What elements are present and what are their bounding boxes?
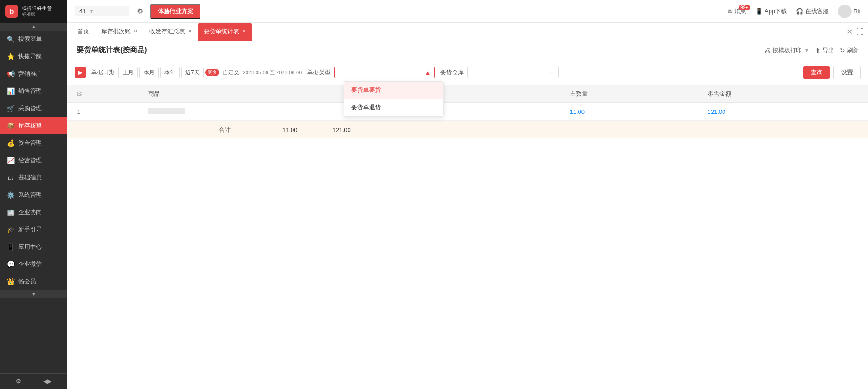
date-btn-last-7-days[interactable]: 近7天 (181, 67, 204, 78)
tab-home[interactable]: 首页 (72, 23, 95, 41)
sidebar-item-inventory[interactable]: 📦 库存核算 (0, 117, 67, 134)
date-custom-button[interactable]: 自定义 (223, 69, 239, 77)
sidebar-item-appstore[interactable]: 📱 应用中心 (0, 238, 67, 256)
export-icon: ⬆ (815, 47, 821, 54)
header-gear-icon[interactable]: ⚙ (137, 7, 143, 15)
warehouse-more-icon[interactable]: ··· (550, 69, 555, 76)
sidebar-item-wechat[interactable]: 💬 企业微信 (0, 256, 67, 273)
cell-amount[interactable]: 121.00 (702, 103, 868, 121)
tab-order-stats[interactable]: 要货单统计表 ✕ (198, 23, 252, 41)
user-avatar[interactable]: Rit (838, 5, 861, 18)
chat-icon: 💬 (6, 260, 15, 268)
sidebar-item-system[interactable]: ⚙️ 系统管理 (0, 186, 67, 204)
print-template-button[interactable]: 🖨 按模板打印 ▼ (764, 46, 810, 55)
filter-expand-button[interactable]: ▶ (75, 67, 86, 78)
footer-qty: 11.00 (282, 127, 319, 133)
trial-button[interactable]: 体验行业方案 (150, 4, 200, 19)
tab-bar: 首页 库存批次账 ✕ 收发存汇总表 ✕ 要货单统计表 ✕ ✕ ⛶ (67, 23, 868, 41)
sidebar-scroll-up[interactable]: ▲ (0, 23, 67, 31)
sidebar-item-marketing[interactable]: 📢 营销推广 (0, 65, 67, 82)
cell-product (143, 103, 370, 121)
sidebar-item-quick-nav[interactable]: ⭐ 快捷导航 (0, 48, 67, 65)
tab-inventory-batch-close[interactable]: ✕ (134, 28, 138, 34)
export-button[interactable]: ⬆ 导出 (815, 46, 834, 55)
col-amount: 零售金额 (702, 85, 868, 103)
order-type-dropdown[interactable]: ▲ (334, 67, 435, 78)
sidebar-item-finance[interactable]: 💰 资金管理 (0, 134, 67, 152)
date-btn-last-month[interactable]: 上月 (118, 67, 138, 78)
column-settings-icon[interactable]: ⚙ (76, 90, 82, 97)
tab-recv-summary-close[interactable]: ✕ (188, 28, 192, 34)
settings-icon: ⚙ (16, 378, 21, 384)
print-icon: 🖨 (764, 47, 770, 54)
cell-no2 (90, 103, 143, 121)
sidebar-item-operation[interactable]: 📈 经营管理 (0, 152, 67, 169)
store-selector[interactable]: 41 ▼ (75, 6, 129, 16)
date-quick-buttons: 上月 本月 本年 近7天 更多 (118, 67, 219, 78)
order-type-value (339, 68, 425, 77)
page-header-actions: 🖨 按模板打印 ▼ ⬆ 导出 ↻ 刷新 (764, 46, 859, 55)
sidebar-item-basic[interactable]: 🗂 基础信息 (0, 169, 67, 186)
logo-icon: b (5, 5, 18, 18)
print-template-label: 按模板打印 (772, 46, 802, 55)
col-qty: 主数量 (565, 85, 702, 103)
app-download-button[interactable]: 📱 App下载 (755, 7, 787, 15)
filter-area: ▶ 单据日期 上月 本月 本年 近7天 更多 自定义 2023-05-06 至 … (67, 60, 868, 85)
col-gear[interactable]: ⚙ (67, 85, 90, 103)
crown-icon: 👑 (6, 277, 15, 286)
date-label: 单据日期 (91, 68, 115, 77)
query-button[interactable]: 查询 (803, 66, 830, 79)
search-icon: 🔍 (6, 35, 15, 43)
avatar-image (838, 5, 852, 18)
collapse-button[interactable]: ◀▶ (43, 378, 51, 384)
building-icon: 🏢 (6, 208, 15, 216)
online-service-button[interactable]: 🎧 在线客服 (796, 7, 829, 15)
settings-button[interactable]: ⚙ (16, 378, 21, 384)
cell-qty[interactable]: 11.00 (565, 103, 702, 121)
app-version: 标准版 (22, 11, 52, 18)
trend-icon: 📈 (6, 156, 15, 164)
sidebar-scroll-down[interactable]: ▼ (0, 290, 67, 298)
star-icon: ⭐ (6, 52, 15, 61)
filter-action-buttons: 查询 设置 (803, 66, 861, 79)
message-button[interactable]: ✉ 消息 99+ (728, 7, 746, 15)
tab-home-label: 首页 (77, 27, 89, 36)
date-btn-this-year[interactable]: 本年 (160, 67, 180, 78)
tab-recv-summary[interactable]: 收发存汇总表 ✕ (144, 23, 197, 41)
cart-icon: 🛒 (6, 104, 15, 113)
date-more-badge[interactable]: 更多 (205, 69, 219, 76)
date-btn-this-month[interactable]: 本月 (139, 67, 159, 78)
tab-expand-icon[interactable]: ⛶ (856, 28, 863, 36)
footer-amount: 121.00 (319, 127, 351, 133)
print-dropdown-icon: ▼ (804, 47, 810, 54)
page-content: 要货单统计表(按商品) 🖨 按模板打印 ▼ ⬆ 导出 ↻ 刷新 (67, 41, 868, 389)
tab-order-stats-close[interactable]: ✕ (242, 28, 246, 34)
sidebar-item-newbie[interactable]: 🎓 新手引导 (0, 221, 67, 238)
warehouse-value (472, 68, 550, 77)
tab-inventory-batch-label: 库存批次账 (101, 27, 131, 36)
settings-button[interactable]: 设置 (833, 66, 861, 79)
sidebar: b 畅捷通好生意 标准版 ▲ 🔍 搜索菜单 ⭐ 快捷导航 📢 营销推广 📊 销售… (0, 0, 67, 389)
warehouse-filter-group: 要货仓库 ··· (440, 67, 559, 78)
store-name: 41 (79, 8, 86, 15)
chevron-right-icon: ▶ (78, 69, 82, 76)
tab-inventory-batch[interactable]: 库存批次账 ✕ (96, 23, 143, 41)
sidebar-item-sales[interactable]: 📊 销售管理 (0, 82, 67, 100)
sidebar-item-purchase[interactable]: 🛒 采购管理 (0, 100, 67, 117)
app-name: 畅捷通好生意 (22, 5, 52, 11)
dropdown-item-return[interactable]: 要货单退货 (344, 99, 443, 116)
sidebar-item-enterprise[interactable]: 🏢 企业协同 (0, 204, 67, 221)
order-type-chevron-icon[interactable]: ▲ (425, 69, 431, 76)
col-product: 商品 (143, 85, 370, 103)
sidebar-item-search[interactable]: 🔍 搜索菜单 (0, 31, 67, 48)
tab-bar-actions: ✕ ⛶ (847, 27, 863, 36)
megaphone-icon: 📢 (6, 70, 15, 78)
warehouse-dropdown[interactable]: ··· (467, 67, 559, 78)
dropdown-item-requisition[interactable]: 要货单要货 (344, 82, 443, 99)
date-range-display: 2023-05-06 至 2023-06-06 (243, 69, 302, 76)
refresh-button[interactable]: ↻ 刷新 (840, 46, 859, 55)
top-header: 41 ▼ ⚙ 体验行业方案 ✉ 消息 99+ 📱 App下载 🎧 在线客服 Ri… (67, 0, 868, 23)
tab-close-all-icon[interactable]: ✕ (847, 27, 853, 36)
sidebar-item-member[interactable]: 👑 畅会员 (0, 273, 67, 290)
date-filter-group: 单据日期 上月 本月 本年 近7天 更多 自定义 2023-05-06 至 20… (91, 67, 302, 78)
